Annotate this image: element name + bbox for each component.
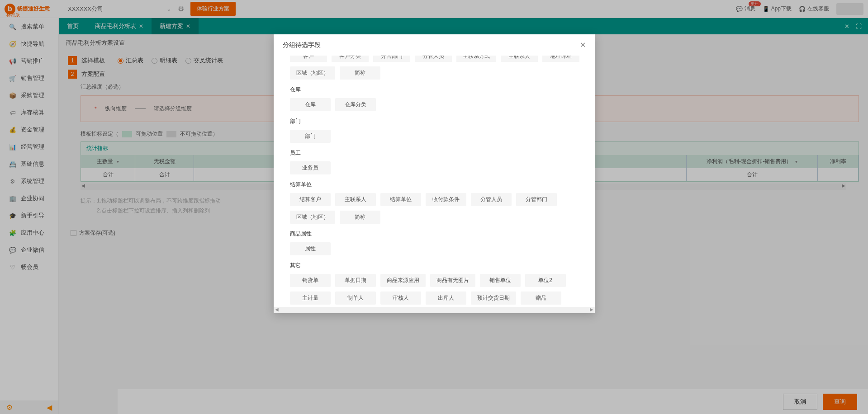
field-group: 仓库仓库仓库分类 <box>290 86 586 111</box>
field-group: 结算单位结算客户主联系人结算单位收付款条件分管人员分管部门区域（地区）简称 <box>290 181 586 224</box>
field-chip[interactable]: 简称 <box>340 66 380 80</box>
field-group: 部门部门 <box>290 118 586 143</box>
field-selector-modal: 分组待选字段 ✕ 客户客户分类分管部门分管人员主联系方式主联系人地址详址 区域（… <box>274 34 595 313</box>
close-icon[interactable]: ✕ <box>580 41 586 49</box>
field-chip[interactable]: 仓库 <box>290 98 331 111</box>
group-title: 商品属性 <box>290 230 586 238</box>
field-chip[interactable]: 区域（地区） <box>290 66 335 80</box>
field-chip[interactable]: 审核人 <box>380 292 421 305</box>
field-chip[interactable]: 客户分类 <box>332 56 369 62</box>
group-title: 其它 <box>290 262 586 269</box>
field-chip[interactable]: 商品来源应用 <box>380 274 426 287</box>
field-chip[interactable]: 简称 <box>340 211 380 224</box>
field-chip[interactable]: 区域（地区） <box>290 211 335 224</box>
field-chip[interactable]: 分管人员 <box>415 56 452 62</box>
field-chip[interactable]: 地址详址 <box>542 56 579 62</box>
field-chip[interactable]: 销售单位 <box>480 274 521 287</box>
field-chip[interactable]: 制单人 <box>335 292 376 305</box>
group-title: 结算单位 <box>290 181 586 188</box>
field-chip[interactable]: 商品有无图片 <box>430 274 475 287</box>
field-chip[interactable]: 销货单 <box>290 274 331 287</box>
field-chip[interactable]: 属性 <box>290 242 331 255</box>
modal-body[interactable]: 客户客户分类分管部门分管人员主联系方式主联系人地址详址 区域（地区）简称 仓库仓… <box>274 56 595 307</box>
field-group: 员工业务员 <box>290 149 586 174</box>
field-group: 商品属性属性 <box>290 230 586 255</box>
modal-overlay: 分组待选字段 ✕ 客户客户分类分管部门分管人员主联系方式主联系人地址详址 区域（… <box>0 0 868 414</box>
field-chip[interactable]: 单据日期 <box>335 274 376 287</box>
modal-horizontal-scrollbar[interactable] <box>274 307 595 313</box>
group-title: 员工 <box>290 149 586 157</box>
field-chip[interactable]: 收付款条件 <box>426 193 466 206</box>
field-chip[interactable]: 部门 <box>290 130 331 143</box>
field-chip[interactable]: 结算客户 <box>290 193 331 206</box>
field-chip[interactable]: 赠品 <box>521 292 561 305</box>
field-chip[interactable]: 出库人 <box>426 292 466 305</box>
field-chip[interactable]: 分管部门 <box>516 193 557 206</box>
field-chip[interactable]: 分管部门 <box>373 56 410 62</box>
field-chip[interactable]: 客户 <box>290 56 327 62</box>
field-chip[interactable]: 结算单位 <box>380 193 421 206</box>
modal-title: 分组待选字段 <box>283 41 321 49</box>
group-title: 部门 <box>290 118 586 125</box>
field-group: 其它销货单单据日期商品来源应用商品有无图片销售单位单位2主计量制单人审核人出库人… <box>290 262 586 307</box>
group-title: 仓库 <box>290 86 586 94</box>
field-chip[interactable]: 主联系人 <box>335 193 376 206</box>
field-chip[interactable]: 分管人员 <box>471 193 512 206</box>
field-chip[interactable]: 主联系方式 <box>456 56 496 62</box>
field-chip[interactable]: 主计量 <box>290 292 331 305</box>
field-chip[interactable]: 预计交货日期 <box>471 292 516 305</box>
field-chip[interactable]: 主联系人 <box>501 56 538 62</box>
field-chip[interactable]: 单位2 <box>525 274 566 287</box>
field-chip[interactable]: 业务员 <box>290 161 331 174</box>
field-chip[interactable]: 仓库分类 <box>335 98 376 111</box>
